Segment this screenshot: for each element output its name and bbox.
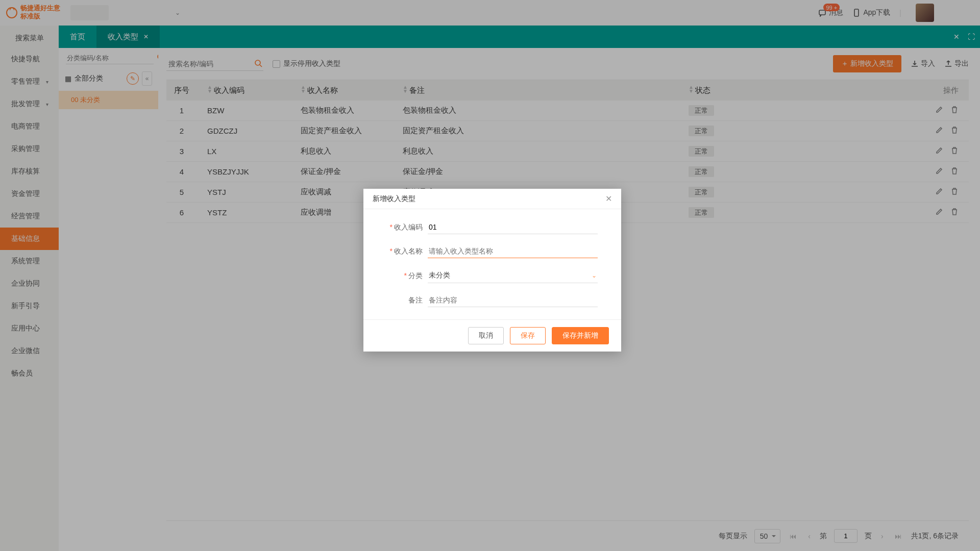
add-income-type-modal: 新增收入类型 ✕ *收入编码 *收入名称 *分类 未分类 ⌄ 备注 取消 保存 … xyxy=(363,189,621,352)
remark-input[interactable] xyxy=(428,293,598,307)
cancel-button[interactable]: 取消 xyxy=(468,327,504,344)
remark-label: 备注 xyxy=(408,296,423,304)
name-label: 收入名称 xyxy=(394,247,423,255)
code-input[interactable] xyxy=(428,220,598,234)
category-value: 未分类 xyxy=(429,271,450,280)
category-label: 分类 xyxy=(408,271,423,280)
save-button[interactable]: 保存 xyxy=(510,327,546,344)
save-and-add-button[interactable]: 保存并新增 xyxy=(552,327,609,344)
category-select[interactable]: 未分类 ⌄ xyxy=(428,268,598,283)
chevron-down-icon: ⌄ xyxy=(592,272,597,279)
name-input[interactable] xyxy=(428,244,598,258)
close-icon[interactable]: ✕ xyxy=(605,194,612,204)
code-label: 收入编码 xyxy=(394,223,423,231)
modal-title: 新增收入类型 xyxy=(373,194,415,204)
